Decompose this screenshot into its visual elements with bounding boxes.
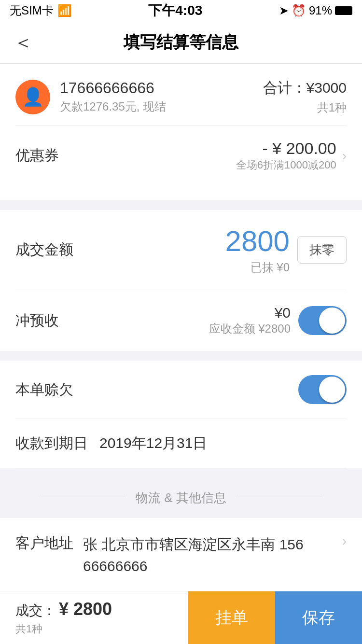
user-phone: 17666666666 — [60, 79, 166, 97]
prepaid-sub: 应收金额 ¥2800 — [209, 321, 291, 336]
user-info: 17666666666 欠款1276.35元, 现结 — [60, 79, 166, 114]
address-value: 张 北京市市辖区海淀区永丰南 156 66666666 — [83, 533, 340, 577]
status-bar-right: ➤ ⏰ 91% — [279, 4, 352, 17]
prepaid-amount: ¥0 — [209, 305, 291, 321]
deal-amount-right: 2800 已抹 ¥0 抹零 — [225, 224, 347, 275]
debt-right — [298, 375, 347, 404]
bottom-count: 共1种 — [15, 622, 173, 636]
battery-text: 91% — [309, 4, 332, 17]
coupon-value-block: - ¥ 200.00 全场6折满1000减200 — [236, 139, 336, 172]
prepaid-toggle[interactable] — [298, 306, 347, 335]
hang-button-label: 挂单 — [215, 607, 248, 629]
status-bar: 无SIM卡 📶 下午4:03 ➤ ⏰ 91% — [0, 0, 362, 21]
save-button[interactable]: 保存 — [275, 591, 362, 644]
due-date-row: 收款到期日 2019年12月31日 — [15, 419, 347, 468]
user-total: 合计：¥3000 — [263, 78, 347, 98]
debt-row: 本单赊欠 — [15, 361, 347, 419]
debt-toggle[interactable] — [298, 375, 347, 404]
form-section-debt: 本单赊欠 收款到期日 2019年12月31日 — [0, 361, 362, 468]
save-button-label: 保存 — [302, 607, 335, 629]
address-row[interactable]: 客户地址 张 北京市市辖区海淀区永丰南 156 66666666 › — [15, 518, 347, 592]
address-section: 客户地址 张 北京市市辖区海淀区永丰南 156 66666666 › — [0, 518, 362, 592]
round-off-button[interactable]: 抹零 — [297, 236, 347, 264]
coupon-amount: - ¥ 200.00 — [236, 139, 336, 158]
logistics-divider-text: 物流 & 其他信息 — [136, 490, 226, 506]
coupon-right: - ¥ 200.00 全场6折满1000减200 › — [236, 139, 347, 172]
deal-amount-sub: 已抹 ¥0 — [225, 260, 290, 275]
page-title: 填写结算等信息 — [124, 31, 238, 54]
due-date-value: 2019年12月31日 — [99, 434, 207, 453]
prepaid-label: 冲预收 — [15, 311, 59, 331]
prepaid-right: ¥0 应收金额 ¥2800 — [209, 305, 347, 336]
deal-amount-label: 成交金额 — [15, 240, 73, 260]
divider-line-left — [39, 498, 126, 498]
status-bar-time: 下午4:03 — [148, 1, 202, 20]
user-sub-info: 欠款1276.35元, 现结 — [60, 99, 166, 114]
bottom-bar: 成交： ¥ 2800 共1种 挂单 保存 — [0, 591, 362, 644]
due-date-label: 收款到期日 — [15, 434, 88, 453]
form-section-deal: 成交金额 2800 已抹 ¥0 抹零 冲预收 ¥0 应收金额 ¥2800 — [0, 210, 362, 351]
separator-2 — [0, 468, 362, 478]
address-label: 客户地址 — [15, 533, 73, 553]
coupon-sub: 全场6折满1000减200 — [236, 158, 336, 172]
back-button[interactable]: ＜ — [14, 29, 33, 56]
separator-1 — [0, 351, 362, 361]
deal-amount-value: 2800 — [225, 225, 290, 257]
content-area: 👤 17666666666 欠款1276.35元, 现结 合计：¥3000 共1… — [0, 64, 362, 644]
avatar: 👤 — [15, 80, 50, 114]
location-icon: ➤ — [279, 4, 289, 17]
deal-amount-block: 2800 已抹 ¥0 — [225, 224, 290, 275]
user-right: 合计：¥3000 共1种 — [263, 78, 347, 115]
user-count: 共1种 — [263, 100, 347, 115]
user-card-section: 👤 17666666666 欠款1276.35元, 现结 合计：¥3000 共1… — [0, 64, 362, 200]
coupon-chevron-icon: › — [342, 148, 347, 164]
debt-label: 本单赊欠 — [15, 380, 73, 400]
bottom-amount: ¥ 2800 — [59, 599, 112, 619]
prepaid-amount-block: ¥0 应收金额 ¥2800 — [209, 305, 291, 336]
status-bar-left: 无SIM卡 📶 — [10, 3, 72, 18]
avatar-icon: 👤 — [22, 87, 44, 107]
prepaid-row: 冲预收 ¥0 应收金额 ¥2800 — [15, 290, 347, 351]
bottom-deal-label: 成交： — [15, 602, 56, 620]
user-left: 👤 17666666666 欠款1276.35元, 现结 — [15, 79, 166, 114]
alarm-icon: ⏰ — [292, 4, 306, 17]
coupon-row[interactable]: 优惠券 - ¥ 200.00 全场6折满1000减200 › — [15, 125, 347, 186]
deal-amount-row: 成交金额 2800 已抹 ¥0 抹零 — [15, 210, 347, 290]
hang-button[interactable]: 挂单 — [188, 591, 275, 644]
nav-bar: ＜ 填写结算等信息 — [0, 21, 362, 64]
divider-line-right — [236, 498, 323, 498]
bottom-summary: 成交： ¥ 2800 共1种 — [0, 599, 188, 636]
wifi-icon: 📶 — [57, 4, 72, 17]
no-sim-text: 无SIM卡 — [10, 3, 54, 18]
user-row: 👤 17666666666 欠款1276.35元, 现结 合计：¥3000 共1… — [15, 78, 347, 115]
battery-icon — [335, 6, 352, 15]
logistics-divider: 物流 & 其他信息 — [0, 478, 362, 518]
address-chevron-icon: › — [342, 533, 347, 549]
coupon-label: 优惠券 — [15, 146, 59, 166]
back-icon: ＜ — [14, 31, 33, 53]
